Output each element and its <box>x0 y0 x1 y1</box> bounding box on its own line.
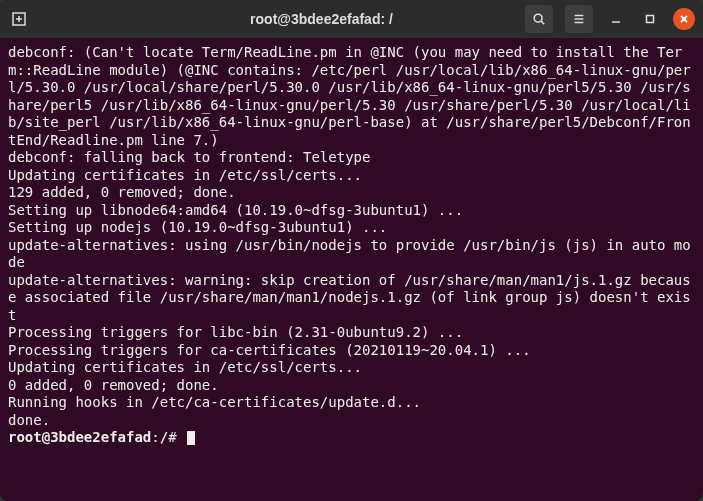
maximize-button[interactable] <box>639 8 661 30</box>
prompt-symbol: # <box>168 429 176 445</box>
titlebar: root@3bdee2efafad: / <box>0 0 703 38</box>
svg-point-3 <box>534 14 542 22</box>
new-tab-button[interactable] <box>8 8 30 30</box>
prompt: root@3bdee2efafad:/# <box>8 429 185 445</box>
terminal-window: root@3bdee2efafad: / debconf: (Can't loc… <box>0 0 703 501</box>
titlebar-right <box>485 5 695 33</box>
minimize-button[interactable] <box>605 8 627 30</box>
titlebar-left <box>8 8 158 30</box>
window-title: root@3bdee2efafad: / <box>158 11 485 27</box>
svg-line-4 <box>541 21 544 24</box>
prompt-user-host: root@3bdee2efafad <box>8 429 151 445</box>
search-button[interactable] <box>525 5 553 33</box>
menu-button[interactable] <box>565 5 593 33</box>
cursor-icon <box>187 431 195 445</box>
prompt-path: / <box>160 429 168 445</box>
close-button[interactable] <box>673 8 695 30</box>
terminal-body[interactable]: debconf: (Can't locate Term/ReadLine.pm … <box>0 38 703 501</box>
svg-rect-9 <box>647 16 654 23</box>
terminal-output: debconf: (Can't locate Term/ReadLine.pm … <box>8 44 691 428</box>
